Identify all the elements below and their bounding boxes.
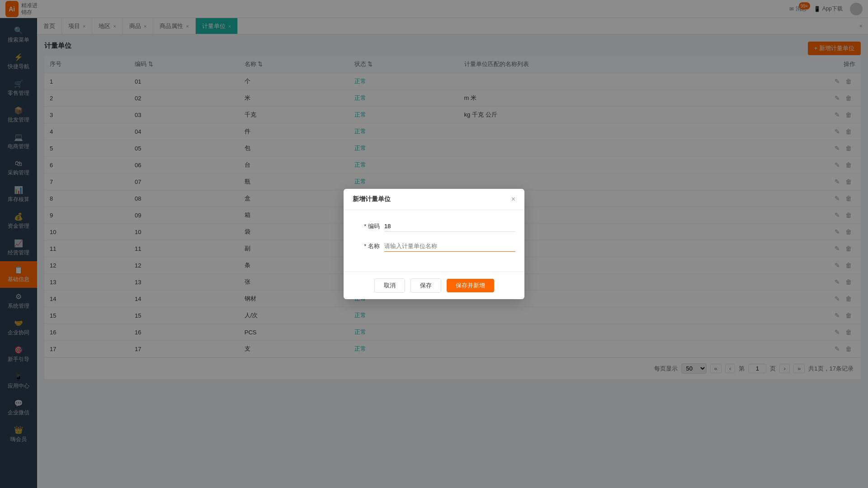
modal-header: 新增计量单位 × — [344, 189, 524, 210]
modal-footer: 取消 保存 保存并新增 — [344, 272, 524, 299]
form-row-name: * 名称 — [353, 241, 515, 252]
form-row-code: * 编码 — [353, 221, 515, 232]
modal-overlay: 新增计量单位 × * 编码 * 名称 取消 保存 保存并新增 — [0, 0, 868, 488]
name-label: * 名称 — [353, 242, 380, 250]
code-label: * 编码 — [353, 222, 380, 230]
name-input[interactable] — [384, 241, 515, 252]
modal-title: 新增计量单位 — [353, 195, 391, 203]
modal-close-button[interactable]: × — [511, 195, 515, 203]
cancel-button[interactable]: 取消 — [374, 278, 405, 293]
save-button[interactable]: 保存 — [410, 278, 441, 293]
code-input[interactable] — [384, 221, 515, 232]
save-and-new-button[interactable]: 保存并新增 — [447, 279, 494, 292]
modal-body: * 编码 * 名称 — [344, 210, 524, 272]
add-unit-modal: 新增计量单位 × * 编码 * 名称 取消 保存 保存并新增 — [344, 189, 524, 299]
